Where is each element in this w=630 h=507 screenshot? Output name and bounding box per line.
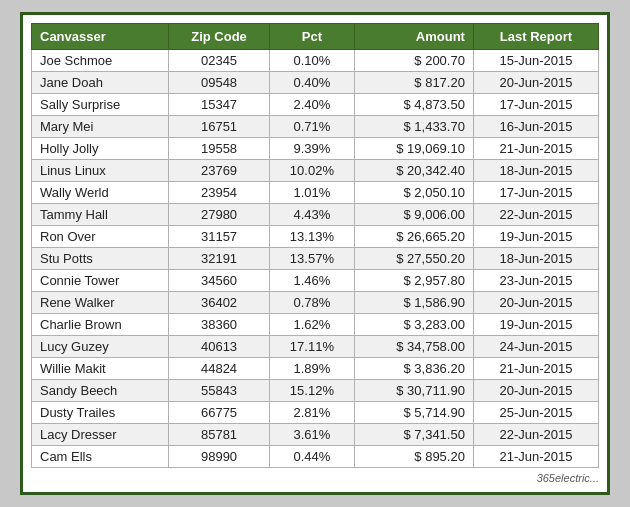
cell-canvasser: Lacy Dresser — [32, 424, 169, 446]
cell-pct: 9.39% — [269, 138, 354, 160]
cell-last-report: 18-Jun-2015 — [473, 248, 598, 270]
cell-zip: 27980 — [169, 204, 270, 226]
cell-zip: 23769 — [169, 160, 270, 182]
table-row: Charlie Brown383601.62%$ 3,283.0019-Jun-… — [32, 314, 599, 336]
cell-canvasser: Holly Jolly — [32, 138, 169, 160]
cell-pct: 1.62% — [269, 314, 354, 336]
cell-last-report: 24-Jun-2015 — [473, 336, 598, 358]
cell-pct: 1.46% — [269, 270, 354, 292]
cell-amount: $ 19,069.10 — [354, 138, 473, 160]
cell-canvasser: Tammy Hall — [32, 204, 169, 226]
table-row: Linus Linux2376910.02%$ 20,342.4018-Jun-… — [32, 160, 599, 182]
cell-canvasser: Sandy Beech — [32, 380, 169, 402]
cell-amount: $ 4,873.50 — [354, 94, 473, 116]
main-container: Canvasser Zip Code Pct Amount Last Repor… — [20, 12, 610, 495]
cell-canvasser: Dusty Trailes — [32, 402, 169, 424]
cell-last-report: 15-Jun-2015 — [473, 50, 598, 72]
cell-pct: 0.71% — [269, 116, 354, 138]
cell-zip: 36402 — [169, 292, 270, 314]
cell-last-report: 18-Jun-2015 — [473, 160, 598, 182]
cell-canvasser: Ron Over — [32, 226, 169, 248]
footer-watermark: 365electric... — [31, 468, 599, 484]
cell-canvasser: Stu Potts — [32, 248, 169, 270]
cell-amount: $ 26,665.20 — [354, 226, 473, 248]
table-header-row: Canvasser Zip Code Pct Amount Last Repor… — [32, 24, 599, 50]
cell-pct: 0.78% — [269, 292, 354, 314]
cell-amount: $ 30,711.90 — [354, 380, 473, 402]
canvasser-table: Canvasser Zip Code Pct Amount Last Repor… — [31, 23, 599, 468]
cell-last-report: 19-Jun-2015 — [473, 314, 598, 336]
cell-pct: 2.81% — [269, 402, 354, 424]
header-last-report: Last Report — [473, 24, 598, 50]
table-row: Cam Ells989900.44%$ 895.2021-Jun-2015 — [32, 446, 599, 468]
cell-last-report: 20-Jun-2015 — [473, 380, 598, 402]
header-pct: Pct — [269, 24, 354, 50]
cell-last-report: 22-Jun-2015 — [473, 424, 598, 446]
cell-canvasser: Charlie Brown — [32, 314, 169, 336]
cell-pct: 10.02% — [269, 160, 354, 182]
cell-zip: 09548 — [169, 72, 270, 94]
cell-pct: 0.40% — [269, 72, 354, 94]
cell-amount: $ 9,006.00 — [354, 204, 473, 226]
cell-pct: 1.89% — [269, 358, 354, 380]
cell-amount: $ 1,433.70 — [354, 116, 473, 138]
cell-pct: 1.01% — [269, 182, 354, 204]
table-row: Joe Schmoe023450.10%$ 200.7015-Jun-2015 — [32, 50, 599, 72]
table-row: Rene Walker364020.78%$ 1,586.9020-Jun-20… — [32, 292, 599, 314]
cell-amount: $ 27,550.20 — [354, 248, 473, 270]
cell-zip: 85781 — [169, 424, 270, 446]
table-row: Dusty Trailes667752.81%$ 5,714.9025-Jun-… — [32, 402, 599, 424]
cell-canvasser: Rene Walker — [32, 292, 169, 314]
cell-pct: 4.43% — [269, 204, 354, 226]
cell-zip: 38360 — [169, 314, 270, 336]
cell-zip: 55843 — [169, 380, 270, 402]
cell-zip: 31157 — [169, 226, 270, 248]
cell-pct: 0.44% — [269, 446, 354, 468]
table-row: Jane Doah095480.40%$ 817.2020-Jun-2015 — [32, 72, 599, 94]
cell-zip: 32191 — [169, 248, 270, 270]
cell-amount: $ 1,586.90 — [354, 292, 473, 314]
cell-pct: 17.11% — [269, 336, 354, 358]
cell-last-report: 17-Jun-2015 — [473, 182, 598, 204]
cell-pct: 0.10% — [269, 50, 354, 72]
cell-amount: $ 200.70 — [354, 50, 473, 72]
cell-amount: $ 817.20 — [354, 72, 473, 94]
cell-canvasser: Connie Tower — [32, 270, 169, 292]
table-row: Willie Makit448241.89%$ 3,836.2021-Jun-2… — [32, 358, 599, 380]
table-row: Lacy Dresser857813.61%$ 7,341.5022-Jun-2… — [32, 424, 599, 446]
cell-canvasser: Lucy Guzey — [32, 336, 169, 358]
cell-zip: 66775 — [169, 402, 270, 424]
cell-last-report: 20-Jun-2015 — [473, 72, 598, 94]
cell-last-report: 19-Jun-2015 — [473, 226, 598, 248]
header-zip: Zip Code — [169, 24, 270, 50]
cell-canvasser: Sally Surprise — [32, 94, 169, 116]
table-row: Holly Jolly195589.39%$ 19,069.1021-Jun-2… — [32, 138, 599, 160]
cell-last-report: 22-Jun-2015 — [473, 204, 598, 226]
cell-last-report: 17-Jun-2015 — [473, 94, 598, 116]
cell-pct: 13.13% — [269, 226, 354, 248]
cell-pct: 15.12% — [269, 380, 354, 402]
table-row: Lucy Guzey4061317.11%$ 34,758.0024-Jun-2… — [32, 336, 599, 358]
cell-zip: 19558 — [169, 138, 270, 160]
header-canvasser: Canvasser — [32, 24, 169, 50]
cell-amount: $ 20,342.40 — [354, 160, 473, 182]
cell-last-report: 21-Jun-2015 — [473, 138, 598, 160]
cell-amount: $ 7,341.50 — [354, 424, 473, 446]
cell-last-report: 16-Jun-2015 — [473, 116, 598, 138]
table-row: Connie Tower345601.46%$ 2,957.8023-Jun-2… — [32, 270, 599, 292]
cell-last-report: 20-Jun-2015 — [473, 292, 598, 314]
cell-zip: 44824 — [169, 358, 270, 380]
cell-amount: $ 3,836.20 — [354, 358, 473, 380]
cell-zip: 02345 — [169, 50, 270, 72]
cell-canvasser: Mary Mei — [32, 116, 169, 138]
cell-canvasser: Cam Ells — [32, 446, 169, 468]
table-row: Ron Over3115713.13%$ 26,665.2019-Jun-201… — [32, 226, 599, 248]
cell-canvasser: Linus Linux — [32, 160, 169, 182]
table-row: Stu Potts3219113.57%$ 27,550.2018-Jun-20… — [32, 248, 599, 270]
cell-canvasser: Wally Werld — [32, 182, 169, 204]
cell-zip: 23954 — [169, 182, 270, 204]
cell-amount: $ 34,758.00 — [354, 336, 473, 358]
cell-amount: $ 3,283.00 — [354, 314, 473, 336]
cell-pct: 13.57% — [269, 248, 354, 270]
cell-canvasser: Joe Schmoe — [32, 50, 169, 72]
